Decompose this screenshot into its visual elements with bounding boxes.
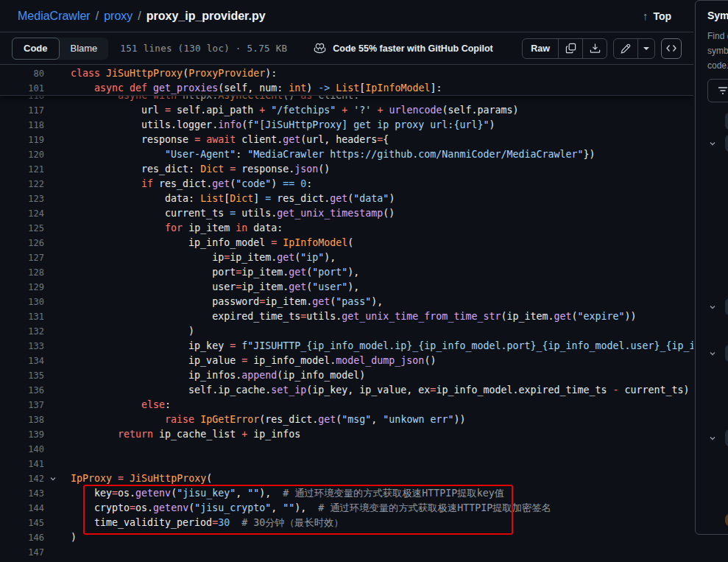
chevron-down-icon[interactable]	[708, 139, 717, 148]
line-number[interactable]: 80	[0, 66, 44, 81]
code-text: async def get_proxies(self, num: int) ->…	[71, 81, 442, 96]
line-number[interactable]: 139	[0, 427, 44, 442]
code-line-146: 146)	[0, 530, 693, 545]
line-number[interactable]: 135	[0, 368, 44, 383]
code-line-133: 133 ip_key = f"JISUHTTP_{ip_info_model.i…	[0, 339, 693, 354]
code-text: return ip_cache_list + ip_infos	[71, 427, 300, 442]
back-to-top-label: Top	[653, 10, 671, 22]
file-toolbar: Code Blame 151 lines (130 loc) · 5.75 KB…	[0, 32, 693, 65]
symbol-item-placeholder[interactable]	[725, 298, 728, 315]
code-line-137: 137 else:	[0, 398, 693, 412]
breadcrumb-folder-link[interactable]: proxy	[104, 10, 132, 23]
pencil-icon	[621, 43, 631, 54]
code-symbols-icon	[666, 44, 676, 52]
line-number[interactable]: 132	[0, 324, 44, 339]
code-text: else:	[71, 398, 171, 412]
line-number[interactable]: 119	[0, 133, 44, 147]
code-line-80: 80class JiSuHttpProxy(ProxyProvider):	[0, 66, 693, 81]
line-number[interactable]: 127	[0, 250, 44, 265]
line-number[interactable]: 125	[0, 221, 44, 236]
code-text: ip_infos.append(ip_info_model)	[71, 368, 365, 383]
edit-button[interactable]	[614, 39, 637, 58]
copilot-banner[interactable]: Code 55% faster with GitHub Copilot	[314, 42, 492, 55]
back-to-top-button[interactable]: ↑ Top	[643, 10, 671, 22]
line-number[interactable]: 145	[0, 516, 44, 530]
tab-code[interactable]: Code	[12, 38, 60, 60]
line-number[interactable]: 128	[0, 265, 44, 280]
line-number[interactable]: 117	[0, 103, 44, 118]
arrow-up-icon: ↑	[643, 10, 649, 22]
code-line-119: 119 response = await client.get(url, hea…	[0, 133, 693, 147]
symbol-item-placeholder[interactable]	[725, 113, 728, 130]
line-number[interactable]: 101	[0, 81, 44, 96]
code-line-139: 139 return ip_cache_list + ip_infos	[0, 427, 693, 442]
code-line-126: 126 ip_info_model = IpInfoModel(	[0, 236, 693, 250]
line-number[interactable]: 126	[0, 236, 44, 250]
line-number[interactable]: 131	[0, 309, 44, 324]
code-line-132: 132 )	[0, 324, 693, 339]
fold-chevron-icon[interactable]	[49, 474, 57, 483]
code-text: data: List[Dict] = res_dict.get("data")	[71, 192, 395, 206]
line-number[interactable]: 118	[0, 118, 44, 133]
download-button[interactable]	[582, 39, 607, 58]
code-text: for ip_item in data:	[71, 221, 283, 236]
code-text: crypto=os.getenv("jisu_crypto", ""), # 通…	[71, 501, 551, 516]
code-text: res_dict: Dict = response.json()	[71, 162, 330, 177]
chevron-down-icon[interactable]	[708, 349, 717, 358]
line-number[interactable]: 142	[0, 471, 44, 486]
line-number[interactable]: 146	[0, 530, 44, 545]
line-number[interactable]: 143	[0, 486, 44, 501]
breadcrumb: MediaCrawler / proxy / proxy_ip_provider…	[0, 0, 693, 32]
line-number[interactable]: 129	[0, 280, 44, 295]
code-text: password=ip_item.get("pass"),	[71, 295, 383, 309]
github-file-view: { "breadcrumb": { "repo": "MediaCrawler"…	[0, 0, 728, 562]
line-number[interactable]: 130	[0, 295, 44, 309]
line-number[interactable]: 133	[0, 339, 44, 354]
line-number[interactable]: 144	[0, 501, 44, 516]
copy-button[interactable]	[558, 39, 582, 58]
line-number[interactable]: 141	[0, 457, 44, 471]
code-line-128: 128 port=ip_item.get("port"),	[0, 265, 693, 280]
line-number[interactable]: 136	[0, 383, 44, 398]
code-line-142: 142IpProxy = JiSuHttpProxy(	[0, 471, 693, 486]
line-number[interactable]: 134	[0, 354, 44, 368]
line-number[interactable]: 123	[0, 192, 44, 206]
code-text: response = await client.get(url, headers…	[71, 133, 389, 147]
code-line-130: 130 password=ip_item.get("pass"),	[0, 295, 693, 309]
breadcrumb-repo-link[interactable]: MediaCrawler	[18, 10, 91, 23]
code-line-140: 140	[0, 442, 693, 457]
line-number[interactable]: 122	[0, 177, 44, 192]
code-line-101: 101 async def get_proxies(self, num: int…	[0, 81, 693, 96]
line-number[interactable]: 137	[0, 398, 44, 412]
line-number[interactable]: 120	[0, 147, 44, 162]
symbol-item-placeholder[interactable]	[725, 135, 728, 152]
sticky-context-lines: 80class JiSuHttpProxy(ProxyProvider):101…	[0, 65, 693, 96]
chevron-down-icon[interactable]	[708, 303, 717, 312]
raw-copy-download-group: Raw	[522, 38, 607, 59]
chevron-down-icon	[643, 46, 650, 51]
symbol-item-placeholder[interactable]	[725, 345, 728, 362]
symbols-panel: Symbols Find definitions and references …	[695, 0, 728, 535]
chevron-down-icon[interactable]	[708, 434, 717, 443]
symbol-item-placeholder[interactable]	[725, 429, 728, 446]
symbols-panel-toggle[interactable]	[661, 38, 682, 59]
symbol-item-placeholder-highlighted[interactable]	[725, 514, 728, 526]
code-text: user=ip_item.get("user"),	[71, 280, 359, 295]
code-text: )	[71, 324, 194, 339]
edit-group	[613, 38, 655, 59]
line-number[interactable]: 124	[0, 206, 44, 221]
code-line-134: 134 ip_value = ip_info_model.model_dump_…	[0, 354, 693, 368]
edit-dropdown-button[interactable]	[637, 39, 654, 58]
tab-blame[interactable]: Blame	[60, 38, 109, 60]
raw-button[interactable]: Raw	[523, 39, 558, 58]
line-number[interactable]: 138	[0, 412, 44, 427]
line-number[interactable]: 147	[0, 545, 44, 560]
code-text: raise IpGetError(res_dict.get("msg", "un…	[71, 412, 465, 427]
symbols-tree	[696, 1, 728, 534]
code-line-118: 118 utils.logger.info(f"[JiSuHttpProxy] …	[0, 118, 693, 133]
code-line-129: 129 user=ip_item.get("user"),	[0, 280, 693, 295]
line-number[interactable]: 140	[0, 442, 44, 457]
code-line-143: 143 key=os.getenv("jisu_key", ""), # 通过环…	[0, 486, 693, 501]
line-number[interactable]: 121	[0, 162, 44, 177]
code-text: class JiSuHttpProxy(ProxyProvider):	[71, 66, 277, 81]
